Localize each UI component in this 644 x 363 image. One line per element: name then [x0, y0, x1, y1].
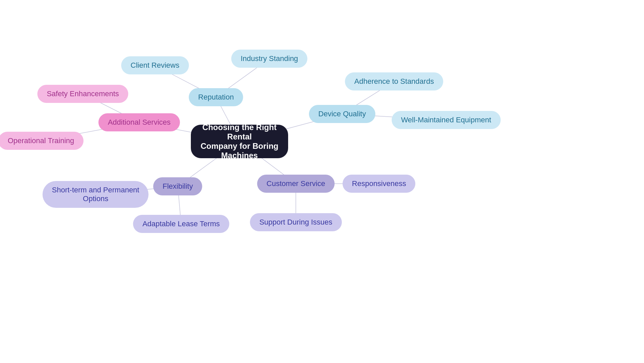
- node-reputation: Reputation: [189, 88, 243, 106]
- node-responsiveness: Responsiveness: [342, 175, 415, 193]
- node-flexibility: Flexibility: [153, 177, 202, 195]
- node-adherenceToStandards: Adherence to Standards: [345, 72, 443, 90]
- node-customerService: Customer Service: [257, 175, 335, 193]
- node-deviceQuality: Device Quality: [309, 105, 375, 123]
- node-operationalTraining: Operational Training: [0, 132, 84, 150]
- node-center: Choosing the Right RentalCompany for Bor…: [191, 125, 288, 158]
- node-industryStanding: Industry Standing: [231, 50, 307, 68]
- node-adaptableLeaseTerms: Adaptable Lease Terms: [133, 215, 229, 233]
- node-clientReviews: Client Reviews: [121, 56, 189, 74]
- node-safetyEnhancements: Safety Enhancements: [37, 85, 128, 103]
- node-supportDuringIssues: Support During Issues: [250, 213, 342, 231]
- mindmap-container: Choosing the Right RentalCompany for Bor…: [0, 0, 644, 363]
- node-additionalServices: Additional Services: [98, 113, 180, 131]
- node-shortTermPermanent: Short-term and PermanentOptions: [43, 181, 149, 208]
- node-wellMaintainedEquipment: Well-Maintained Equipment: [392, 111, 501, 129]
